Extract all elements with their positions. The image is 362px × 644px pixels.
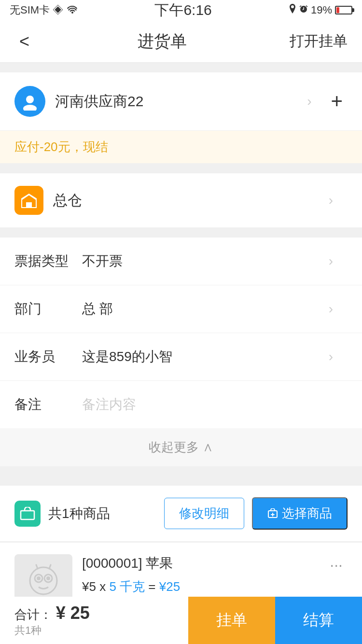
hang-button[interactable]: 挂单 <box>188 597 275 644</box>
svg-point-0 <box>26 96 34 103</box>
svg-point-8 <box>37 576 41 580</box>
nav-bar: < 进货单 打开挂单 <box>0 20 362 63</box>
product-count: 共1种商品 <box>48 504 164 523</box>
modify-detail-button[interactable]: 修改明细 <box>164 498 244 529</box>
warning-banner: 应付-20元，现结 <box>0 131 362 164</box>
product-unit: 千克 <box>120 579 145 594</box>
department-row[interactable]: 部门 总 部 › <box>0 285 362 333</box>
select-product-label: 选择商品 <box>282 505 332 522</box>
page-title: 进货单 <box>138 30 187 53</box>
remark-input[interactable]: 备注内容 <box>72 395 348 414</box>
product-title: 苹果 <box>146 556 173 571</box>
status-right: 19% <box>289 4 352 16</box>
product-name: [0000001] 苹果 <box>82 554 325 573</box>
collapse-bar[interactable]: 收起更多 ∧ <box>0 428 362 466</box>
total-count: 共1种 <box>14 623 174 638</box>
add-supplier-button[interactable]: + <box>326 90 348 113</box>
section-divider-4 <box>0 466 362 476</box>
total-section: 合计： ¥ 25 共1种 <box>0 603 188 638</box>
supplier-chevron-icon: › <box>307 94 311 109</box>
checkout-button[interactable]: 结算 <box>275 597 362 644</box>
product-total: ¥25 <box>159 579 180 594</box>
status-bar: 无SIM卡 ◈ 下午6:16 19% <box>0 0 362 20</box>
warehouse-chevron-icon: › <box>329 193 333 208</box>
sales-value: 这是859的小智 <box>72 348 329 366</box>
product-menu-button[interactable]: ··· <box>325 554 348 576</box>
battery-percentage: 19% <box>311 4 332 16</box>
supplier-name: 河南供应商22 <box>55 92 307 112</box>
department-label: 部门 <box>14 300 72 318</box>
back-button[interactable]: < <box>14 27 34 56</box>
svg-point-1 <box>23 105 37 111</box>
remark-label: 备注 <box>14 395 72 414</box>
invoice-chevron-icon: › <box>329 253 333 269</box>
product-formula: ¥5 x 5 千克 = ¥25 <box>82 578 325 595</box>
product-quantity: 5 <box>109 579 116 594</box>
supplier-section: 河南供应商22 › + 应付-20元，现结 <box>0 72 362 164</box>
sales-row[interactable]: 业务员 这是859的小智 › <box>0 333 362 380</box>
sim-text: 无SIM卡 ◈ <box>10 3 63 17</box>
supplier-row[interactable]: 河南供应商22 › + <box>0 72 362 131</box>
supplier-avatar <box>14 86 45 117</box>
location-icon <box>289 4 296 16</box>
select-product-button[interactable]: 选择商品 <box>252 497 348 530</box>
warehouse-icon <box>14 186 43 215</box>
department-chevron-icon: › <box>329 301 333 317</box>
warehouse-name: 总仓 <box>53 191 329 210</box>
status-time: 下午6:16 <box>154 0 211 20</box>
bottom-bar: 合计： ¥ 25 共1种 挂单 结算 <box>0 597 362 644</box>
total-amount: ¥ 25 <box>56 603 90 623</box>
product-info: [0000001] 苹果 ¥5 x 5 千克 = ¥25 <box>82 554 325 595</box>
invoice-label: 票据类型 <box>14 252 72 270</box>
svg-point-5 <box>30 567 57 594</box>
sales-chevron-icon: › <box>329 349 333 364</box>
svg-point-9 <box>46 576 50 580</box>
form-section: 票据类型 不开票 › 部门 总 部 › 业务员 这是859的小智 › 备注 备注… <box>0 237 362 428</box>
section-divider-3 <box>0 227 362 237</box>
department-value: 总 部 <box>72 300 329 318</box>
product-header: 共1种商品 修改明细 选择商品 <box>0 486 362 541</box>
wifi-icon <box>67 4 78 16</box>
status-left: 无SIM卡 ◈ <box>10 3 78 17</box>
svg-rect-3 <box>21 511 34 519</box>
section-divider-2 <box>0 164 362 173</box>
alarm-icon <box>299 4 308 16</box>
warehouse-row[interactable]: 总仓 › <box>0 173 362 227</box>
total-row: 合计： ¥ 25 <box>14 603 174 623</box>
total-label: 合计： <box>14 607 52 622</box>
sales-label: 业务员 <box>14 348 72 366</box>
svg-rect-2 <box>26 202 32 208</box>
battery-icon <box>335 6 352 14</box>
product-icon <box>14 501 41 527</box>
open-hang-button[interactable]: 打开挂单 <box>290 31 348 51</box>
invoice-value: 不开票 <box>72 252 329 270</box>
select-product-icon <box>267 508 278 519</box>
invoice-row[interactable]: 票据类型 不开票 › <box>0 237 362 285</box>
product-price: ¥5 <box>82 579 96 594</box>
warehouse-section: 总仓 › <box>0 173 362 227</box>
section-divider-1 <box>0 63 362 72</box>
product-code: [0000001] <box>82 556 142 571</box>
remark-row[interactable]: 备注 备注内容 <box>0 380 362 428</box>
